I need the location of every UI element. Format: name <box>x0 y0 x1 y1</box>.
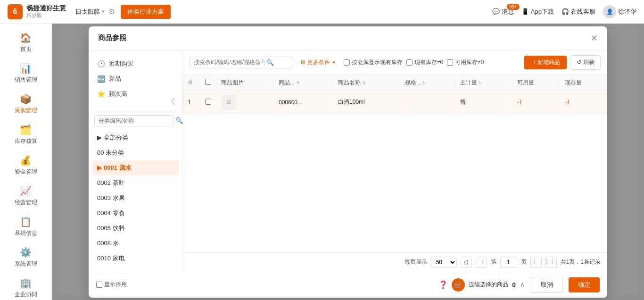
left-nav-label-new: 新品 <box>109 75 121 83</box>
left-nav-freq[interactable]: ⭐ 频次高 <box>92 86 167 101</box>
th-name: 商品名称 ⇅ <box>333 75 400 91</box>
product-search-input[interactable] <box>194 59 264 66</box>
new-product-button[interactable]: + 新增商品 <box>524 56 567 69</box>
branch-selector[interactable]: 日太阳膜 ▾ <box>75 8 105 16</box>
checkbox-available-not-zero[interactable]: 可用库存≠0 <box>447 58 484 67</box>
sidebar-label-purchase: 采购管理 <box>15 107 37 115</box>
show-disabled-checkbox-label[interactable]: 显示停用 <box>96 281 127 289</box>
app-label: App下载 <box>531 8 554 16</box>
cart-button[interactable]: 🛒 <box>452 278 465 292</box>
available-not-zero-checkbox[interactable] <box>447 59 453 66</box>
branch-name: 日太阳膜 <box>75 8 100 16</box>
category-item-0004[interactable]: 0004 零食 <box>92 206 179 221</box>
category-item-0010[interactable]: 0010 家电 <box>92 251 179 266</box>
search-icon[interactable]: 🔍 <box>175 117 183 124</box>
category-item-all[interactable]: ▶全部分类 <box>92 130 179 145</box>
page-number-input[interactable] <box>500 257 517 268</box>
sidebar-item-system[interactable]: ⚙️ 系统管理 <box>0 242 51 273</box>
operation-icon: 📈 <box>20 185 32 197</box>
by-warehouse-checkbox[interactable] <box>344 59 350 66</box>
category-label: 0001 酒水 <box>104 164 132 172</box>
sidebar-item-finance[interactable]: 💰 资金管理 <box>0 150 51 181</box>
category-item-0003[interactable]: 0003 水果 <box>92 191 179 206</box>
category-item-0002[interactable]: 0002 茶叶 <box>92 175 179 191</box>
refresh-button[interactable]: ↺ 刷新 <box>570 55 601 70</box>
last-page-button[interactable]: 〉〉 <box>545 257 557 268</box>
collapse-panel-button[interactable]: 《 <box>167 97 175 107</box>
table-toolbar: 🔍 ⊞ 更多条件 ∧ 按仓库显示现有库存 <box>183 50 607 75</box>
cell-code: 000600... <box>273 91 333 114</box>
stock-not-zero-checkbox[interactable] <box>406 59 413 66</box>
logo-area: 6 畅捷通好生意 精品版 <box>8 4 66 19</box>
filter-button[interactable]: ⊞ 更多条件 ∧ <box>297 57 340 68</box>
service-button[interactable]: 🎧 在线客服 <box>561 8 595 16</box>
th-image: 商品图片 <box>216 75 273 91</box>
category-search-input[interactable] <box>94 115 173 126</box>
left-nav-new[interactable]: 🆕 新品 <box>92 71 167 86</box>
sidebar-item-sales[interactable]: 📊 销售管理 <box>0 58 51 89</box>
checkbox-by-warehouse[interactable]: 按仓库显示现有库存 <box>344 58 403 67</box>
prev-page-button[interactable]: 〈 <box>476 257 487 268</box>
category-item-0001[interactable]: ▶0001 酒水 <box>92 160 179 175</box>
row-checkbox[interactable] <box>205 99 211 105</box>
cell-unit: 瓶 <box>455 91 512 114</box>
sidebar-item-purchase[interactable]: 📦 采购管理 <box>0 89 51 119</box>
th-spec: 规格... ⇅ <box>400 75 455 91</box>
new-product-label: + 新增商品 <box>533 58 560 67</box>
th-available: 可用量 <box>512 75 560 91</box>
category-item-00[interactable]: 00 未分类 <box>92 145 179 160</box>
cta-button[interactable]: 体验行业方案 <box>121 5 171 19</box>
sidebar-item-operation[interactable]: 📈 经营管理 <box>0 181 51 211</box>
help-icon[interactable]: ❓ <box>438 280 448 289</box>
first-page-button[interactable]: ⟨⟨ <box>461 257 472 268</box>
sort-icon: ⇅ <box>362 80 366 85</box>
sidebar-label-corp: 企业协同 <box>15 291 37 299</box>
table-row[interactable]: 1 🖼 000600... 白酒100ml 瓶 -1 -1 <box>183 91 607 114</box>
user-menu[interactable]: 👤 徐泽华 <box>603 5 636 18</box>
right-panel: 🔍 ⊞ 更多条件 ∧ 按仓库显示现有库存 <box>183 50 607 272</box>
cell-checkbox[interactable] <box>200 91 216 114</box>
sidebar-label-operation: 经营管理 <box>15 199 37 207</box>
left-nav-recent[interactable]: 🕐 近期购买 <box>92 56 167 71</box>
arrow-icon: ▶ <box>97 164 102 171</box>
filter-label: 更多条件 <box>307 58 330 67</box>
page-size-select[interactable]: 10 20 50 100 <box>431 257 457 268</box>
close-button[interactable]: ✕ <box>591 33 598 43</box>
app-icon: 📱 <box>521 8 529 15</box>
sidebar-item-basic[interactable]: 📋 基础信息 <box>0 211 51 242</box>
app-download-button[interactable]: 📱 App下载 <box>521 8 554 16</box>
page-suffix: 页 <box>521 258 527 266</box>
sidebar-item-inventory[interactable]: 🗂️ 库存核算 <box>0 119 51 150</box>
checkbox-stock-not-zero[interactable]: 现有库存≠0 <box>406 58 443 67</box>
chevron-up-icon: ∧ <box>332 59 336 66</box>
page-label: 第 <box>491 258 496 266</box>
purchase-icon: 📦 <box>20 93 32 105</box>
category-label: 0003 水果 <box>97 194 125 202</box>
select-all-checkbox[interactable] <box>205 79 211 85</box>
search-icon[interactable]: 🔍 <box>266 59 274 66</box>
table-body: 1 🖼 000600... 白酒100ml 瓶 -1 -1 <box>183 91 607 114</box>
page-size-label: 每页显示 <box>405 258 427 266</box>
user-name: 徐泽华 <box>618 8 636 16</box>
gear-icon[interactable]: ⚙ <box>108 7 115 16</box>
category-item-0008[interactable]: 0008 水 <box>92 236 179 251</box>
th-gear[interactable]: ⚙ <box>183 75 200 91</box>
confirm-button[interactable]: 确定 <box>569 277 600 292</box>
logo-icon: 6 <box>8 4 23 19</box>
category-label: 0005 饮料 <box>97 224 125 233</box>
category-item-0005[interactable]: 0005 饮料 <box>92 221 179 236</box>
next-page-button[interactable]: 〉 <box>530 257 542 268</box>
cancel-button[interactable]: 取消 <box>531 277 563 293</box>
sidebar-item-home[interactable]: 🏠 首页 <box>0 27 51 58</box>
cell-spec <box>400 91 455 114</box>
sidebar-item-corp[interactable]: 🏢 企业协同 <box>0 273 51 300</box>
message-button[interactable]: 💬 消息 99+ <box>492 8 514 16</box>
collapse-cart-icon[interactable]: ∧ <box>520 280 525 289</box>
show-disabled-checkbox[interactable] <box>96 282 102 288</box>
recent-icon: 🕐 <box>97 60 105 67</box>
finance-icon: 💰 <box>20 155 32 166</box>
chevron-down-icon: ▾ <box>102 8 105 15</box>
quick-nav: 🕐 近期购买 🆕 新品 ⭐ 频次高 <box>92 56 167 101</box>
show-disabled-label: 显示停用 <box>104 281 127 289</box>
modal-dialog: 商品参照 ✕ 🕐 近期购买 🆕 新品 ⭐ 频次高 《 <box>89 26 607 298</box>
